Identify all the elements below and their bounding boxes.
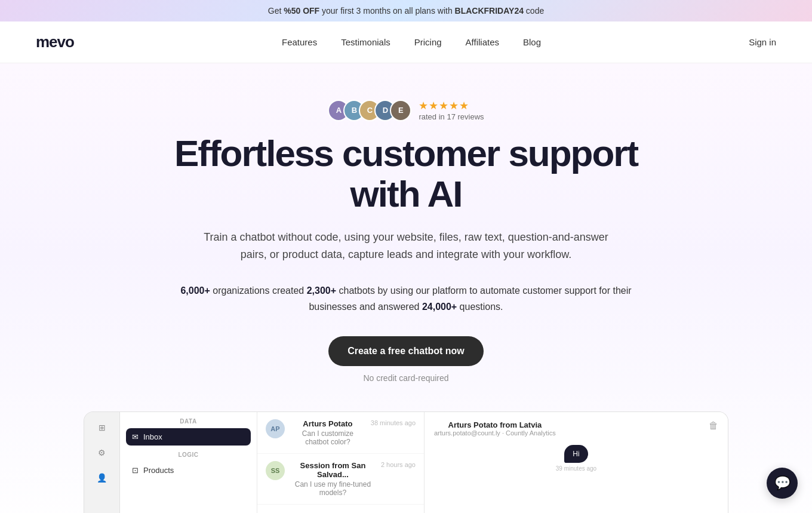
chat-header-info: Arturs Potato from Latvia arturs.potato@… xyxy=(434,420,556,437)
chat-detail-panel: Arturs Potato from Latvia arturs.potato@… xyxy=(425,412,728,513)
nav-products[interactable]: ⊡ Products xyxy=(126,462,251,479)
sidebar-user-icon: 👤 xyxy=(95,471,109,485)
banner-post-text: code xyxy=(524,6,544,16)
dash-sidebar: ⊞ ⚙ 👤 xyxy=(84,412,120,513)
chat-preview: Can I customize chatbot color? xyxy=(291,429,365,446)
no-cc-text: No credit card-required xyxy=(363,373,448,383)
logic-label: LOGIC xyxy=(126,451,251,458)
banner-pre-text: Get xyxy=(268,6,284,16)
chat-header-sub: arturs.potato@count.ly · Countly Analyti… xyxy=(434,429,556,437)
promo-banner: Get %50 OFF your first 3 months on all p… xyxy=(0,0,812,21)
nav-inbox[interactable]: ✉ Inbox xyxy=(126,428,251,446)
stats-line: 6,000+ organizations created 2,300+ chat… xyxy=(173,282,639,315)
conversations-panel: AP Arturs Potato Can I customize chatbot… xyxy=(257,412,425,513)
sidebar-settings-icon: ⚙ xyxy=(95,446,109,460)
banner-code: BLACKFRIDAY24 xyxy=(455,6,524,16)
hero-subtext: Train a chatbot without code, using your… xyxy=(191,229,621,263)
nav-affiliates[interactable]: Affiliates xyxy=(466,37,499,47)
stat2-num: 2,300+ xyxy=(307,285,336,296)
chat-time: 38 minutes ago xyxy=(371,419,416,426)
chat-item[interactable]: SS Session from San Salvad... Can I use … xyxy=(257,454,424,505)
chat-name: Session from San Salvad... xyxy=(291,461,375,479)
banner-percent-off: %50 OFF xyxy=(284,6,319,16)
chatbot-widget[interactable]: 💬 xyxy=(767,468,798,499)
products-icon: ⊡ xyxy=(132,466,139,475)
stars: ★★★★★ xyxy=(419,99,469,112)
chat-info: Arturs Potato Can I customize chatbot co… xyxy=(291,419,365,446)
nav-pricing[interactable]: Pricing xyxy=(414,37,442,47)
nav-features[interactable]: Features xyxy=(282,37,317,47)
cta-container: Create a free chatbot now No credit card… xyxy=(12,336,800,411)
social-proof-row: A B C D E ★★★★★ rated in 17 reviews xyxy=(12,99,800,121)
stat3-num: 24,000+ xyxy=(422,302,457,312)
sidebar-inbox-icon: ⊞ xyxy=(95,420,109,435)
stat1-text: organizations created xyxy=(210,285,307,296)
data-label: DATA xyxy=(126,418,251,425)
navbar: mevo Features Testimonials Pricing Affil… xyxy=(0,21,812,63)
inbox-icon: ✉ xyxy=(132,432,139,441)
chat-bubble: Hi xyxy=(564,445,588,463)
logo[interactable]: mevo xyxy=(36,33,74,51)
banner-mid-text: your first 3 months on all plans with xyxy=(319,6,454,16)
chat-header: Arturs Potato from Latvia arturs.potato@… xyxy=(434,420,718,437)
cta-button[interactable]: Create a free chatbot now xyxy=(328,336,484,366)
dashboard-preview: ⊞ ⚙ 👤 DATA ✉ Inbox LOGIC ⊡ Products AP A… xyxy=(84,411,728,513)
nav-blog[interactable]: Blog xyxy=(523,37,541,47)
chat-avatar: AP xyxy=(266,419,285,438)
chat-bubble-time: 39 minutes ago xyxy=(434,465,718,472)
chat-header-name: Arturs Potato from Latvia xyxy=(434,420,556,429)
chat-preview: Can I use my fine-tuned models? xyxy=(291,480,375,497)
stat1-num: 6,000+ xyxy=(180,285,210,296)
nav-links: Features Testimonials Pricing Affiliates… xyxy=(282,37,541,48)
chat-item[interactable]: AP Arturs Potato Can I customize chatbot… xyxy=(257,412,424,454)
chat-info: Session from San Salvad... Can I use my … xyxy=(291,461,375,497)
avatar: E xyxy=(390,100,411,121)
hero-section: A B C D E ★★★★★ rated in 17 reviews Effo… xyxy=(0,63,812,513)
stat3-post: questions. xyxy=(457,302,503,312)
nav-testimonials[interactable]: Testimonials xyxy=(341,37,390,47)
delete-icon[interactable]: 🗑 xyxy=(709,420,718,437)
chat-name: Arturs Potato xyxy=(291,419,365,428)
chatbot-icon: 💬 xyxy=(774,475,791,491)
sign-in-button[interactable]: Sign in xyxy=(749,37,776,47)
rating-info: ★★★★★ rated in 17 reviews xyxy=(419,99,484,121)
rated-text: rated in 17 reviews xyxy=(419,112,484,121)
hero-headline: Effortless customer support with AI xyxy=(149,133,663,214)
dash-left-panel: DATA ✉ Inbox LOGIC ⊡ Products xyxy=(120,412,257,513)
chat-avatar: SS xyxy=(266,461,285,480)
chat-time: 2 hours ago xyxy=(381,461,416,468)
avatars-group: A B C D E xyxy=(328,100,411,121)
